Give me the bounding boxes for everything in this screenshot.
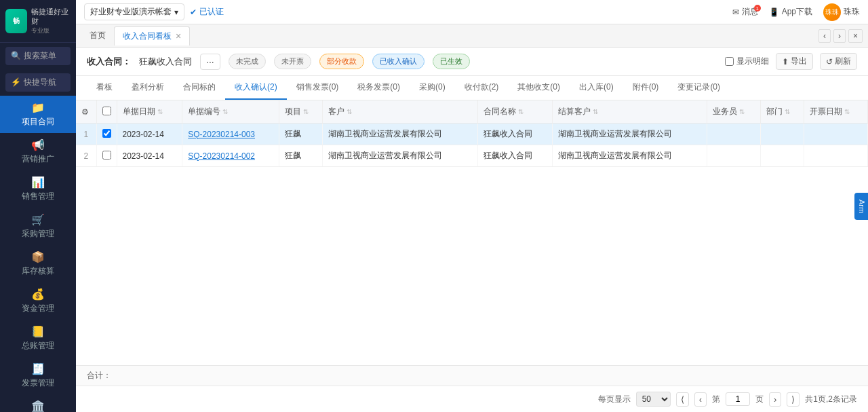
row-salesperson-2 [707, 145, 760, 167]
tab-next-button[interactable]: › [833, 29, 846, 43]
row-link-2[interactable]: SQ-20230214-002 [188, 151, 255, 161]
chevron-down-icon: ▾ [174, 7, 178, 17]
sidebar-item-marketing[interactable]: 📢 营销推广 [0, 133, 76, 170]
sidebar-item-inventory[interactable]: 📦 库存核算 [0, 245, 76, 282]
tab-attachment[interactable]: 附件(0) [623, 76, 669, 100]
right-panel-hint[interactable]: Arm [854, 192, 868, 219]
sidebar-item-tax[interactable]: 🏛️ 税务管理 [0, 394, 76, 412]
verified-badge: ✔ 已认证 [190, 6, 224, 18]
per-page-label: 每页显示 [598, 394, 631, 405]
table-row[interactable]: 2 2023-02-14 SQ-20230214-002 狂飙 湖南卫视商业运营… [76, 145, 868, 167]
app-download-button[interactable]: 📱 App下载 [769, 6, 812, 18]
row-project-2: 狂飙 [279, 145, 323, 167]
col-customer-header[interactable]: 客户⇅ [323, 100, 477, 124]
col-salesperson-header[interactable]: 业务员⇅ [707, 100, 760, 124]
row-link-1[interactable]: SQ-20230214-003 [188, 130, 255, 139]
data-table: ⚙ 单据日期⇅ 单据编号⇅ 项目⇅ 客户⇅ 合同名称⇅ 结算客户⇅ 业务员⇅ 部… [76, 100, 868, 167]
inventory-icon: 📦 [31, 250, 45, 263]
select-all-checkbox[interactable] [102, 107, 111, 115]
tab-other-income[interactable]: 其他收支(0) [508, 76, 570, 100]
tab-warehouse[interactable]: 出入库(0) [570, 76, 623, 100]
sidebar-item-finance[interactable]: 💰 资金管理 [0, 282, 76, 320]
table-row[interactable]: 1 2023-02-14 SQ-20230214-003 狂飙 湖南卫视商业运营… [76, 124, 868, 145]
tab-close-all-button[interactable]: × [848, 29, 863, 43]
status-partial-button[interactable]: 部分收款 [319, 54, 364, 69]
sidebar-item-invoice[interactable]: 🧾 发票管理 [0, 357, 76, 394]
col-settlement-header[interactable]: 结算客户⇅ [552, 100, 707, 124]
tab-navigation: ‹ › × [818, 29, 863, 43]
sidebar-item-sales[interactable]: 📊 销售管理 [0, 170, 76, 208]
col-department-header[interactable]: 部门⇅ [760, 100, 804, 124]
sidebar-search-container: 🔍 搜索菜单 [0, 43, 76, 69]
status-effective-button[interactable]: 已生效 [433, 54, 470, 69]
user-profile[interactable]: 珠珠 珠珠 [823, 3, 860, 21]
sidebar-item-purchase[interactable]: 🛒 采购管理 [0, 208, 76, 245]
col-project-header[interactable]: 项目⇅ [279, 100, 323, 124]
content-area: 收入合同： 狂飙收入合同 ··· 未完成 未开票 部分收款 已收入确认 已生效 … [76, 48, 868, 412]
first-page-button[interactable]: ⟨ [676, 392, 689, 407]
row-checkbox-2[interactable] [102, 151, 111, 160]
company-name: 好业财专业版演示帐套 [90, 6, 172, 18]
col-invoice-date-header[interactable]: 开票日期⇅ [804, 100, 868, 124]
tab-income-confirm[interactable]: 收入确认(2) [225, 76, 287, 100]
tax-icon: 🏛️ [31, 400, 45, 412]
sidebar-item-general[interactable]: 📒 总账管理 [0, 320, 76, 357]
pagination: 每页显示 20 50 100 ⟨ ‹ 第 页 › ⟩ 共1页,2条记录 [76, 386, 868, 412]
company-selector[interactable]: 好业财专业版演示帐套 ▾ [84, 3, 184, 20]
tab-purchase[interactable]: 采购(0) [410, 76, 455, 100]
quick-nav-label: 快捷导航 [24, 77, 56, 88]
refresh-label: 刷新 [835, 56, 851, 67]
status-uninvoiced-button[interactable]: 未开票 [274, 54, 311, 69]
col-contract-header[interactable]: 合同名称⇅ [477, 100, 552, 124]
status-incomplete-button[interactable]: 未完成 [229, 54, 266, 69]
username-label: 珠珠 [844, 6, 860, 18]
tab-payment[interactable]: 收付款(2) [455, 76, 509, 100]
row-settlement-2: 湖南卫视商业运营发展有限公司 [552, 145, 707, 167]
export-button[interactable]: ⬆ 导出 [776, 53, 813, 70]
refresh-button[interactable]: ↺ 刷新 [820, 53, 857, 70]
prev-page-button[interactable]: ‹ [694, 392, 707, 407]
row-check-1 [96, 124, 117, 145]
main-area: 好业财专业版演示帐套 ▾ ✔ 已认证 ✉ 1 消息 📱 App下载 珠珠 珠珠 … [76, 0, 868, 412]
quick-nav-button[interactable]: ⚡ 快捷导航 [5, 73, 71, 92]
last-page-button[interactable]: ⟩ [787, 392, 800, 407]
col-settings[interactable]: ⚙ [76, 100, 96, 124]
tab-prev-button[interactable]: ‹ [818, 29, 831, 43]
tab-close-button[interactable]: × [176, 31, 181, 41]
status-confirmed-button[interactable]: 已收入确认 [372, 54, 425, 69]
display-detail-toggle[interactable]: 显示明细 [725, 56, 769, 67]
home-tab[interactable]: 首页 [81, 26, 114, 45]
search-menu-button[interactable]: 🔍 搜索菜单 [5, 47, 71, 65]
sidebar-item-label: 库存核算 [22, 265, 54, 277]
col-date-header[interactable]: 单据日期⇅ [117, 100, 182, 124]
page-input[interactable] [726, 392, 750, 406]
sidebar-item-project[interactable]: 📁 项目合同 [0, 96, 76, 133]
message-button[interactable]: ✉ 1 消息 [732, 6, 758, 18]
row-settlement-1: 湖南卫视商业运营发展有限公司 [552, 124, 707, 145]
col-number-header[interactable]: 单据编号⇅ [182, 100, 279, 124]
sidebar-logo: 畅 畅捷通好业财 专业版 [0, 0, 76, 43]
data-table-container: ⚙ 单据日期⇅ 单据编号⇅ 项目⇅ 客户⇅ 合同名称⇅ 结算客户⇅ 业务员⇅ 部… [76, 100, 868, 365]
tab-sales-invoice[interactable]: 销售发票(0) [287, 76, 349, 100]
next-page-button[interactable]: › [769, 392, 781, 407]
tab-tax-invoice[interactable]: 税务发票(0) [348, 76, 410, 100]
display-detail-label: 显示明细 [736, 56, 769, 67]
app-icon: 📱 [769, 7, 779, 17]
sidebar-item-label: 发票管理 [22, 377, 54, 389]
sort-number-icon: ⇅ [222, 108, 228, 115]
tab-profit[interactable]: 盈利分析 [122, 76, 174, 100]
logo-icon: 畅 [5, 9, 27, 33]
sort-customer-icon: ⇅ [347, 108, 352, 115]
tab-subject[interactable]: 合同标的 [174, 76, 225, 100]
search-icon: 🔍 [11, 51, 21, 60]
display-detail-checkbox[interactable] [725, 57, 734, 66]
active-tab[interactable]: 收入合同看板 × [114, 26, 190, 45]
sort-invoice-date-icon: ⇅ [844, 108, 850, 115]
tab-change-log[interactable]: 变更记录(0) [668, 76, 730, 100]
per-page-select[interactable]: 20 50 100 [636, 392, 671, 407]
row-checkbox-1[interactable] [102, 129, 111, 138]
tab-kanban[interactable]: 看板 [87, 76, 122, 100]
row-check-2 [96, 145, 117, 167]
verified-label: 已认证 [199, 6, 224, 18]
more-button[interactable]: ··· [200, 54, 220, 70]
